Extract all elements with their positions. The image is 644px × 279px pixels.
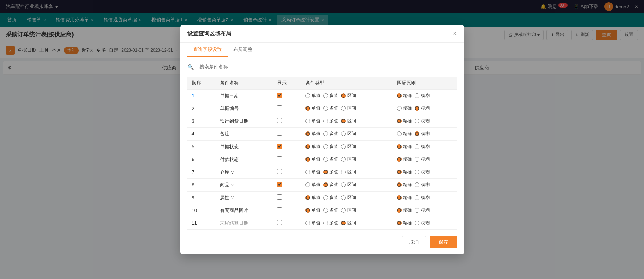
modal-table: 顺序 条件名称 显示 条件类型 匹配原则 1单据日期单值多值区间精确模糊2单据编… (187, 77, 457, 78)
th-match: 匹配原则 (392, 77, 457, 78)
tab-query-fields[interactable]: 查询字段设置 (187, 43, 228, 57)
modal-overlay: 设置查询区域布局 × 查询字段设置 布局调整 🔍 顺序 条件名称 (0, 0, 644, 78)
search-icon: 🔍 (187, 64, 194, 70)
th-display: 显示 (273, 77, 301, 78)
modal-table-wrap: 顺序 条件名称 显示 条件类型 匹配原则 1单据日期单值多值区间精确模糊2单据编… (180, 77, 464, 78)
th-name: 条件名称 (216, 77, 273, 78)
th-type: 条件类型 (301, 77, 393, 78)
modal-tabs: 查询字段设置 布局调整 (180, 43, 464, 57)
settings-modal: 设置查询区域布局 × 查询字段设置 布局调整 🔍 顺序 条件名称 (180, 25, 464, 78)
modal-search-area: 🔍 (180, 57, 464, 77)
search-input[interactable] (197, 62, 269, 72)
tab-layout-adjust[interactable]: 布局调整 (228, 43, 258, 57)
modal-header: 设置查询区域布局 × (180, 25, 464, 43)
tab-layout-adjust-label: 布局调整 (233, 46, 252, 53)
tab-query-fields-label: 查询字段设置 (193, 46, 222, 53)
modal-title: 设置查询区域布局 (187, 30, 231, 37)
modal-close-button[interactable]: × (453, 30, 457, 38)
table-header: 顺序 条件名称 显示 条件类型 匹配原则 (187, 77, 457, 78)
th-order: 顺序 (187, 77, 216, 78)
